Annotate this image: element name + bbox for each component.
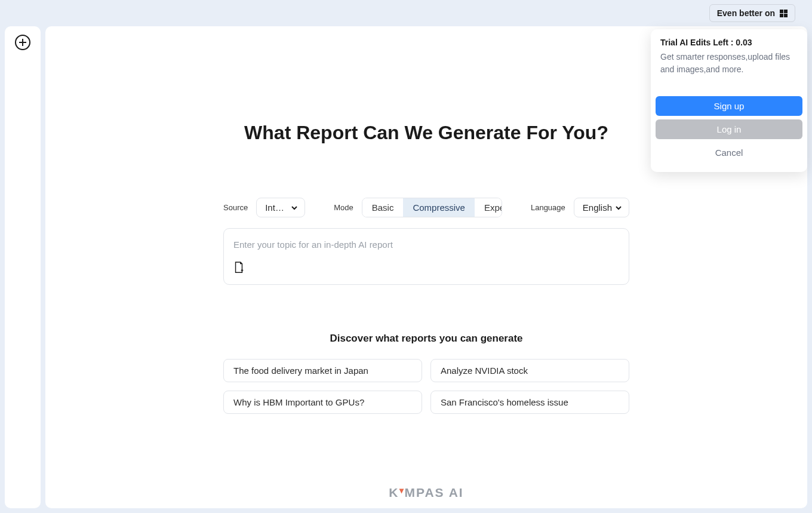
mode-basic-button[interactable]: Basic <box>362 198 404 217</box>
popup-title: Trial AI Edits Left : 0.03 <box>656 38 802 47</box>
new-report-button[interactable] <box>15 35 30 50</box>
language-label: Language <box>531 203 565 212</box>
controls-row: Source Inter... Mode Basic Compressive E… <box>223 198 629 217</box>
suggestion-item[interactable]: San Francisco's homeless issue <box>430 391 629 414</box>
topic-box <box>223 228 629 285</box>
page-title: What Report Can We Generate For You? <box>244 122 608 144</box>
mode-group: Basic Compressive Expert <box>362 198 502 217</box>
logo-text-2: MPAS AI <box>405 486 464 500</box>
logo-accent-icon: ▾ <box>399 486 405 495</box>
mode-label: Mode <box>334 203 353 212</box>
sidebar <box>5 26 41 508</box>
top-bar: Even better on <box>0 0 812 26</box>
logo-text-1: K <box>389 486 399 500</box>
mode-expert-button[interactable]: Expert <box>475 198 502 217</box>
source-dropdown[interactable]: Inter... <box>256 198 305 217</box>
suggestion-item[interactable]: Analyze NVIDIA stock <box>430 359 629 382</box>
even-better-label: Even better on <box>717 8 775 18</box>
source-label: Source <box>223 203 248 212</box>
mode-compressive-button[interactable]: Compressive <box>403 198 475 217</box>
chevron-down-icon <box>290 204 299 212</box>
topic-input[interactable] <box>233 239 619 250</box>
language-dropdown[interactable]: English <box>574 198 629 217</box>
plus-icon <box>19 38 27 47</box>
popup-description: Get smarter responses,upload files and i… <box>656 51 802 76</box>
cancel-button[interactable]: Cancel <box>656 143 802 162</box>
brand-logo: K▾MPAS AI <box>389 486 463 500</box>
suggestion-item[interactable]: The food delivery market in Japan <box>223 359 422 382</box>
attach-file-icon[interactable] <box>233 262 244 274</box>
login-button[interactable]: Log in <box>656 119 802 139</box>
suggestion-grid: The food delivery market in Japan Analyz… <box>223 359 629 414</box>
trial-popup: Trial AI Edits Left : 0.03 Get smarter r… <box>651 29 807 172</box>
signup-button[interactable]: Sign up <box>656 96 802 116</box>
discover-title: Discover what reports you can generate <box>330 333 522 345</box>
language-value: English <box>583 202 612 213</box>
chevron-down-icon <box>614 204 623 212</box>
even-better-button[interactable]: Even better on <box>709 4 795 22</box>
suggestion-item[interactable]: Why is HBM Important to GPUs? <box>223 391 422 414</box>
windows-icon <box>780 10 788 17</box>
source-value: Inter... <box>265 202 288 213</box>
